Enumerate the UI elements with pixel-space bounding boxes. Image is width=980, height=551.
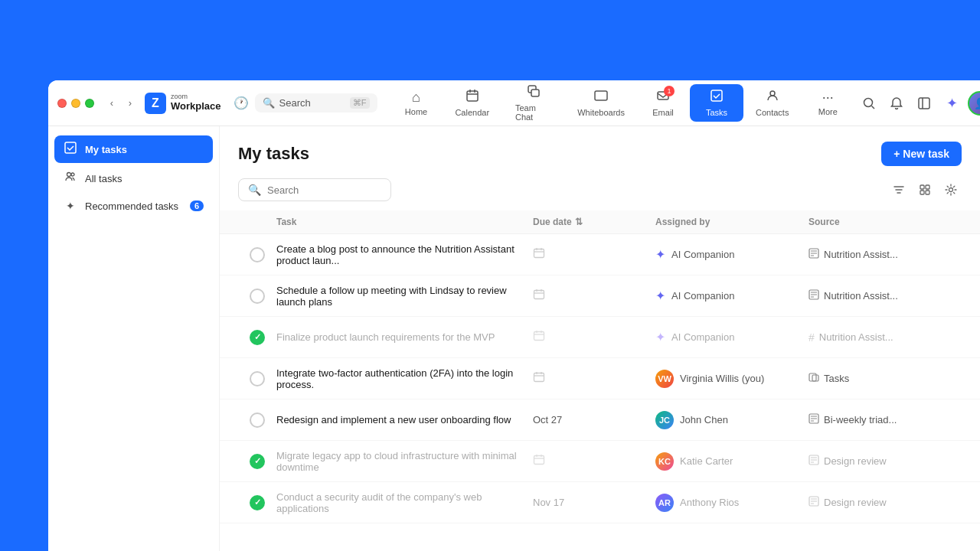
zoom-brand: Z zoom Workplace xyxy=(145,93,221,114)
nav-item-calendar[interactable]: Calendar xyxy=(443,84,501,122)
calendar-icon-6[interactable] xyxy=(533,454,545,468)
task-assigned-6: KC Katie Carter xyxy=(655,452,808,471)
task-text-2: Schedule a follow up meeting with Lindsa… xyxy=(276,285,533,308)
nav-label-contacts: Contacts xyxy=(756,108,789,117)
sidebar-item-all-tasks[interactable]: All tasks xyxy=(54,165,213,192)
task-assigned-3: ✦ AI Companion xyxy=(655,330,808,344)
search-icon: 🔍 xyxy=(263,97,275,109)
sidebar-item-my-tasks[interactable]: My tasks xyxy=(54,135,213,163)
zoom-logo: Z xyxy=(145,93,166,114)
th-task: Task xyxy=(276,217,533,227)
task-text-4: Integrate two-factor authentication (2FA… xyxy=(276,367,533,390)
task-date-2 xyxy=(533,289,655,303)
search-input[interactable] xyxy=(267,184,396,196)
svg-rect-17 xyxy=(920,185,924,189)
svg-rect-5 xyxy=(531,90,539,96)
tasks-title: My tasks xyxy=(238,144,309,164)
task-text-5: Redesign and implement a new user onboar… xyxy=(276,414,533,425)
table-row: Finalize product launch requirements for… xyxy=(220,317,980,358)
svg-point-9 xyxy=(770,91,775,96)
table-row: Create a blog post to announce the Nutri… xyxy=(220,234,980,276)
svg-point-10 xyxy=(864,98,873,106)
svg-rect-52 xyxy=(534,456,544,465)
minimize-button[interactable] xyxy=(71,99,80,108)
nav-arrows: ‹ › xyxy=(103,95,139,112)
calendar-icon-4[interactable] xyxy=(533,371,545,386)
tasks-header: My tasks + New task xyxy=(220,126,980,178)
task-checkbox-7[interactable] xyxy=(250,495,265,510)
calendar-icon-3[interactable] xyxy=(533,330,545,344)
task-checkbox-3[interactable] xyxy=(250,330,265,345)
calendar-icon-2[interactable] xyxy=(533,289,545,303)
grid-view-icon[interactable] xyxy=(914,179,936,201)
teamchat-icon xyxy=(527,84,541,102)
maximize-button[interactable] xyxy=(85,99,94,108)
calendar-icon-1[interactable] xyxy=(533,247,545,262)
avatar-katie: KC xyxy=(655,452,674,471)
task-assigned-4: VW Virginia Willis (you) xyxy=(655,370,808,388)
nav-item-teamchat[interactable]: Team Chat xyxy=(501,80,566,126)
ai-companion-icon-2: ✦ xyxy=(655,289,665,303)
table-row: Migrate legacy app to cloud infrastructu… xyxy=(220,441,980,482)
ai-search-icon[interactable] xyxy=(858,92,880,115)
task-checkbox-5[interactable] xyxy=(250,412,265,428)
search-icon: 🔍 xyxy=(248,184,261,196)
avatar[interactable]: 👤 xyxy=(968,91,980,116)
history-icon[interactable]: 🕐 xyxy=(234,93,249,114)
email-icon: 1 xyxy=(656,89,670,106)
new-task-button[interactable]: + New task xyxy=(881,142,962,166)
nav-item-tasks[interactable]: Tasks xyxy=(690,84,743,122)
task-date-7: Nov 17 xyxy=(533,497,655,508)
sidebar-label-my-tasks: My tasks xyxy=(85,144,204,155)
back-button[interactable]: ‹ xyxy=(103,95,120,112)
task-checkbox-2[interactable] xyxy=(250,289,265,304)
sidebar-item-recommended[interactable]: ✦ Recommended tasks 6 xyxy=(54,194,213,218)
sort-icon[interactable]: ⇅ xyxy=(575,217,583,227)
nav-label-teamchat: Team Chat xyxy=(515,103,552,122)
task-checkbox-4[interactable] xyxy=(250,371,265,386)
table-row: Schedule a follow up meeting with Lindsa… xyxy=(220,276,980,317)
nav-right: ✦ 👤 xyxy=(858,91,980,116)
task-assigned-2: ✦ AI Companion xyxy=(655,289,808,303)
nav-item-home[interactable]: ⌂ Home xyxy=(390,85,443,121)
ai-companion-icon[interactable]: ✦ xyxy=(940,92,963,115)
nav-label-tasks: Tasks xyxy=(706,108,727,117)
task-checkbox-1[interactable] xyxy=(250,247,265,262)
svg-rect-8 xyxy=(711,90,722,101)
task-source-2: Nutrition Assist... xyxy=(808,289,962,302)
nav-item-more[interactable]: ··· More xyxy=(801,85,854,121)
task-date-1 xyxy=(533,247,655,262)
task-checkbox-6[interactable] xyxy=(250,454,265,469)
tasks-table: Task Due date ⇅ Assigned by Source Creat… xyxy=(220,210,980,551)
nav-item-contacts[interactable]: Contacts xyxy=(743,84,801,122)
search-shortcut: ⌘F xyxy=(350,97,370,109)
task-assigned-7: AR Anthony Rios xyxy=(655,494,808,512)
email-badge: 1 xyxy=(664,86,675,96)
sidebar-toggle-icon[interactable] xyxy=(913,92,936,115)
svg-rect-47 xyxy=(812,375,818,381)
svg-rect-14 xyxy=(65,142,76,153)
search-bar[interactable]: 🔍 Search ⌘F xyxy=(255,93,377,112)
svg-rect-20 xyxy=(926,191,929,194)
table-row: Conduct a security audit of the company'… xyxy=(220,482,980,523)
table-row: Redesign and implement a new user onboar… xyxy=(220,399,980,441)
svg-rect-6 xyxy=(595,91,607,100)
th-checkbox xyxy=(238,217,276,227)
tasks-search[interactable]: 🔍 xyxy=(238,178,391,201)
nav-item-email[interactable]: 1 Email xyxy=(636,84,690,122)
forward-button[interactable]: › xyxy=(122,95,139,112)
nav-item-whiteboards[interactable]: Whiteboards xyxy=(566,84,636,122)
filter-icon[interactable] xyxy=(888,179,910,201)
settings-icon[interactable] xyxy=(940,179,962,201)
th-assigned: Assigned by xyxy=(655,217,808,227)
ai-companion-icon-1: ✦ xyxy=(655,247,665,262)
sidebar-label-recommended: Recommended tasks xyxy=(85,201,182,212)
nav-label-more: More xyxy=(818,107,838,116)
nav-label-calendar: Calendar xyxy=(455,108,489,117)
search-bar-text: Search xyxy=(279,97,345,109)
close-button[interactable] xyxy=(57,99,67,108)
notifications-icon[interactable] xyxy=(885,92,908,115)
ai-companion-icon-3: ✦ xyxy=(655,330,665,344)
svg-rect-12 xyxy=(919,98,929,109)
table-row: Integrate two-factor authentication (2FA… xyxy=(220,358,980,399)
